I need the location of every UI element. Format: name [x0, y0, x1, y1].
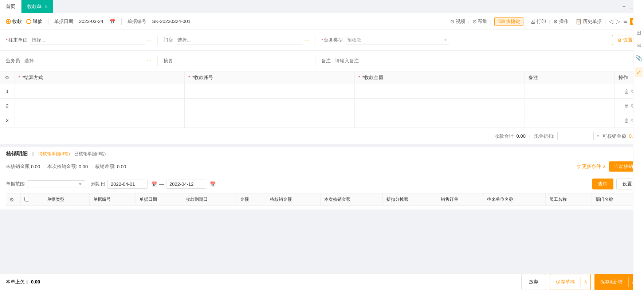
date-to-input[interactable]	[166, 180, 206, 189]
calendar-from-icon[interactable]: 📅	[151, 181, 157, 187]
form-section-2: 业务员 ··· 摘要 备注	[0, 51, 644, 71]
save-draft-btn[interactable]: 保存草稿 ∧	[550, 274, 591, 290]
next-icon[interactable]: ▷	[616, 18, 620, 25]
counterpart-required: *	[6, 38, 8, 43]
gear-icon: ⚙	[617, 38, 622, 43]
receipt-table: ⚙ * *结算方式 * *收款账号 * *收款金额	[0, 71, 644, 128]
done-tab[interactable]: 已核销单据(0笔)	[74, 151, 106, 157]
calendar-icon[interactable]: 📅	[109, 19, 115, 24]
save-draft-arrow-icon[interactable]: ∧	[581, 277, 590, 287]
row-settlement-2[interactable]	[15, 99, 185, 113]
sidebar-attachment-icon[interactable]: 📎	[635, 55, 643, 62]
row-amount-1[interactable]	[355, 84, 525, 99]
summary-row: 收款合计 0.00 + 现金折扣: = 可核销金额 0.00	[0, 128, 644, 144]
row-amount-3[interactable]	[355, 113, 525, 128]
sidebar-mail-icon[interactable]: ✉	[636, 42, 641, 49]
pending-tab[interactable]: 待核销单据(0笔)	[38, 151, 70, 157]
bth-gear: ⚙	[6, 193, 20, 206]
row-delete-icon-2[interactable]: 🗑	[624, 103, 629, 109]
filter-icon: ▽	[577, 164, 581, 169]
row-account-2[interactable]	[185, 99, 355, 113]
counterpart-input[interactable]	[30, 36, 145, 44]
radio-receipt[interactable]: 收款	[6, 18, 22, 25]
minimize-btn[interactable]: －	[621, 3, 627, 10]
history-btn[interactable]: 📋 历史单据	[576, 18, 602, 25]
btype-select[interactable]: 预收款 ▼	[346, 36, 449, 44]
bth-checkbox	[20, 193, 43, 206]
diff-value: 0.00	[117, 164, 126, 169]
select-all-checkbox[interactable]	[24, 197, 29, 201]
footer-order-value: 0.00	[31, 279, 40, 285]
save-new-btn[interactable]: 保存&新增 ∧	[594, 274, 638, 290]
field-sep-4	[315, 55, 315, 66]
bth-department: 部门名称	[592, 193, 638, 206]
date-from-input[interactable]	[107, 180, 148, 189]
field-sep-1	[157, 35, 158, 46]
bottom-table-header: ⚙ 单据类型 单据编号 单据日期 收款到期日 金额 待核销金额 本次核销金额 折…	[6, 193, 638, 206]
shop-more-icon[interactable]: ···	[305, 37, 309, 43]
salesperson-more-icon[interactable]: ···	[147, 58, 152, 64]
counterpart-more-icon[interactable]: ···	[147, 37, 152, 43]
date-label: 单据日期	[54, 18, 73, 25]
video-btn[interactable]: ⊙ 视频	[450, 18, 465, 25]
row-amount-2[interactable]	[355, 99, 525, 113]
footer-info-icon[interactable]: ℹ	[26, 279, 28, 285]
prev-icon[interactable]: ◁	[609, 18, 613, 25]
tab-active[interactable]: 收款单 ×	[21, 0, 53, 13]
help-btn[interactable]: ⊙ 帮助	[472, 18, 487, 25]
form-row-2: 业务员 ··· 摘要 备注	[6, 54, 638, 67]
table-row: 1 🗑 ⧉	[0, 84, 644, 99]
shortcut-btn[interactable]: ⌨ 快捷键	[494, 17, 523, 26]
row-remark-3[interactable]	[525, 113, 614, 128]
row-account-3[interactable]	[185, 113, 355, 128]
bth-amount: 金额	[236, 193, 266, 206]
plus-sign: +	[529, 133, 531, 139]
hexiao-title: 核销明细	[6, 150, 28, 157]
counterpart-label: 往来单位	[8, 37, 27, 43]
form-section-1: * 往来单位 ··· 门店 ··· * 业务类型	[0, 30, 644, 51]
query-btn[interactable]: 查询	[592, 179, 613, 189]
radio-refund[interactable]: 退款	[26, 18, 42, 25]
tab-close-icon[interactable]: ×	[44, 4, 47, 9]
hexiao-info-icon[interactable]: ℹ	[32, 151, 34, 157]
row-delete-icon-1[interactable]: 🗑	[624, 89, 629, 94]
range-label: 单据范围	[6, 181, 25, 187]
list-view-icon[interactable]: ≡	[623, 17, 627, 25]
shop-input[interactable]	[176, 36, 303, 44]
row-settlement-1[interactable]	[15, 84, 185, 99]
row-remark-2[interactable]	[525, 99, 614, 113]
salesperson-input[interactable]	[23, 56, 145, 65]
footer-order-label: 本单上欠	[6, 279, 25, 285]
print-btn[interactable]: 🖨 打印	[530, 18, 546, 25]
remarks-input[interactable]	[334, 56, 638, 65]
video-icon: ⊙	[450, 19, 455, 24]
range-select[interactable]: ▼	[27, 180, 85, 188]
row-settlement-3[interactable]	[15, 113, 185, 128]
radio-refund-label: 退款	[33, 18, 42, 25]
calendar-to-icon[interactable]: 📅	[210, 181, 216, 187]
unchecked-stat: 未核销金额 0.00	[6, 163, 40, 170]
filter-actions: 查询 设置	[592, 179, 638, 189]
abandon-btn[interactable]: 放弃	[521, 274, 546, 290]
available-label: 可核销金额	[602, 133, 626, 140]
bth-counterpart: 往来单位名称	[483, 193, 546, 206]
row-delete-icon-3[interactable]: 🗑	[624, 118, 629, 124]
diff-stat: 核销差额: 0.00	[95, 163, 126, 170]
row-remark-1[interactable]	[525, 84, 614, 99]
operation-btn[interactable]: ⚙ 操作	[553, 18, 569, 25]
row-num-2: 2	[0, 99, 15, 113]
sidebar-expand-icon[interactable]: ⤢	[635, 67, 643, 77]
tab-home[interactable]: 首页	[0, 0, 21, 13]
toolbar-right: ⊙ 视频 | ⊙ 帮助 | ⌨ 快捷键 | 🖨 打印 | ⚙ 操作	[450, 17, 638, 26]
discount-input[interactable]	[557, 132, 594, 140]
sidebar-table-icon[interactable]: ⊞	[636, 29, 641, 36]
row-account-1[interactable]	[185, 84, 355, 99]
summary-input[interactable]	[176, 56, 309, 65]
chevron-up-icon: ∧	[602, 164, 606, 169]
salesperson-label: 业务员	[6, 58, 20, 64]
range-arrow-icon: ▼	[78, 182, 82, 186]
bottom-table-gear-icon[interactable]: ⚙	[9, 197, 14, 203]
more-conditions-btn[interactable]: ▽ 更多条件 ∧	[577, 163, 606, 170]
table-gear-icon[interactable]: ⚙	[5, 75, 9, 81]
tab-home-label: 首页	[6, 3, 15, 10]
